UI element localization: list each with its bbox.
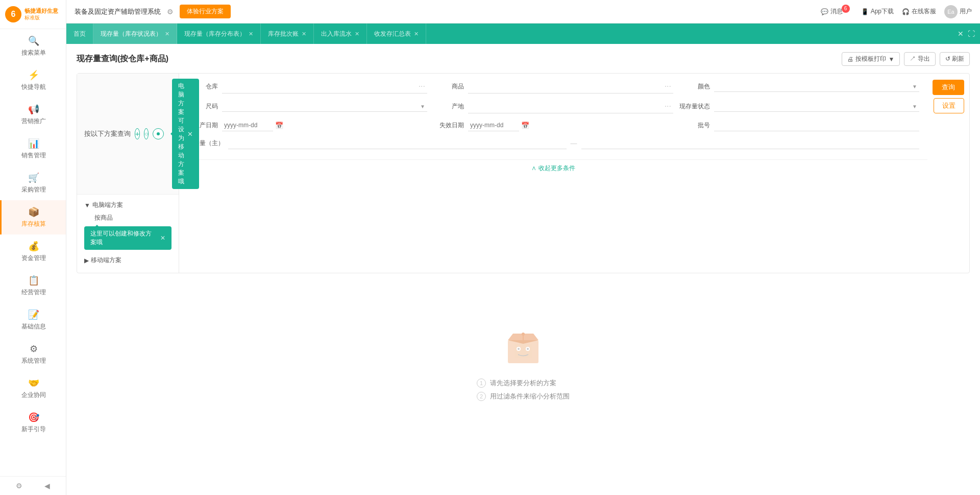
goods-dots-icon[interactable]: ··· [665,82,671,91]
online-support-item[interactable]: 🎧 在线客服 [902,7,936,16]
scheme-desktop-header[interactable]: ▼ 电脑端方案 [84,199,172,211]
origin-select[interactable]: ··· [468,100,673,113]
tab-batch[interactable]: 库存批次账 ✕ [261,23,314,44]
stock-status-select[interactable]: ▼ [714,102,919,112]
app-download-label: App下载 [871,7,894,16]
purchase-icon: 🛒 [28,172,39,183]
tooltip-scheme-close[interactable]: ✕ [187,130,193,138]
collapse-sidebar-btn[interactable]: ◀ [44,482,50,490]
logo-text-block: 畅捷通好生意 标准版 [24,7,58,21]
color-select[interactable]: ▼ [714,82,919,92]
step-2-text: 用过滤条件来缩小分析范围 [490,392,570,401]
logo-badge: 标准版 [24,14,58,21]
filter-label: 按以下方案查询 [84,129,131,138]
warehouse-select[interactable]: ··· [222,80,427,93]
tab-close-icon[interactable]: ✕ [355,31,359,37]
settings-gear-icon[interactable]: ⚙ [167,8,174,16]
batch-input[interactable] [714,120,919,131]
tabs-actions: ✕ ⛶ [952,30,980,38]
scheme-mobile-label: 移动端方案 [91,256,121,265]
filter-arrow-button[interactable]: ← [153,128,164,139]
sidebar-item-label: 采购管理 [21,185,46,194]
tooltip-edit-close[interactable]: ✕ [160,234,165,242]
sidebar-item-inventory[interactable]: 📦 库存核算 [0,200,66,234]
tab-close-icon[interactable]: ✕ [165,31,169,37]
export-button[interactable]: ↗ 导出 [904,52,935,66]
filter-add-button[interactable]: + [135,128,140,139]
tab-stock-status-label: 现存量（库存状况表） [101,30,162,38]
filter-row-1: 仓库 ··· 商品 ··· [187,80,919,93]
sidebar-item-basic[interactable]: 📝 基础信息 [0,303,66,337]
step-2-num: 2 [477,392,486,401]
sidebar-item-operation[interactable]: 📋 经营管理 [0,269,66,303]
stock-sep: — [571,139,577,147]
tab-close-icon[interactable]: ✕ [249,31,253,37]
message-item[interactable]: 💬 消息 6 [821,7,853,16]
industry-plan-button[interactable]: 体验行业方案 [180,5,231,18]
color-label: 颜色 [679,82,710,91]
filter-row-2: 尺码 ▼ 产地 ··· [187,100,919,113]
header-left: 装备及固定资产辅助管理系统 ⚙ 体验行业方案 [75,5,231,18]
sidebar-item-marketing[interactable]: 📢 营销推广 [0,98,66,132]
sidebar-item-label: 搜索菜单 [21,49,46,57]
reset-button[interactable]: 设置 [934,98,964,113]
filter-field-origin: 产地 ··· [433,100,673,113]
sidebar-item-label: 库存核算 [21,220,46,228]
tab-stock-dist[interactable]: 现存量（库存分布表） ✕ [177,23,261,44]
tab-summary[interactable]: 收发存汇总表 ✕ [367,23,426,44]
search-icon: 🔍 [28,35,39,46]
print-button[interactable]: 🖨 按模板打印 ▼ [842,52,900,66]
sidebar-item-finance[interactable]: 💰 资金管理 [0,234,66,269]
stock-main-to-input[interactable] [581,137,920,149]
user-item[interactable]: Ea 用户 [944,5,972,18]
print-dropdown-icon: ▼ [888,56,894,63]
sidebar-item-label: 营销推广 [21,117,46,126]
svg-point-4 [518,348,520,350]
tabs-fullscreen-icon[interactable]: ⛶ [968,30,975,38]
sidebar-item-guide[interactable]: 🎯 新手引导 [0,406,66,440]
produce-date-input[interactable] [222,120,273,131]
tab-close-icon[interactable]: ✕ [414,31,419,37]
stock-main-from-input[interactable] [228,137,567,149]
tab-home[interactable]: 首页 [66,23,93,44]
filter-field-color: 颜色 ▼ [679,82,919,92]
produce-date-calendar-icon[interactable]: 📅 [275,122,283,129]
sidebar-item-label: 系统管理 [21,357,46,365]
size-arrow-icon: ▼ [420,104,425,109]
goods-select[interactable]: ··· [468,80,673,93]
sidebar-item-purchase[interactable]: 🛒 采购管理 [0,166,66,200]
settings-footer-btn[interactable]: ⚙ [16,482,22,490]
support-icon: 🎧 [902,8,910,15]
tabs-bar: 首页 现存量（库存状况表） ✕ 现存量（库存分布表） ✕ 库存批次账 ✕ 出入库… [66,23,980,44]
expire-date-calendar-icon[interactable]: 📅 [521,122,529,129]
size-select[interactable]: ▼ [222,102,427,112]
collapse-icon: ∧ [531,164,536,172]
app-download-item[interactable]: 📱 App下载 [861,7,894,16]
origin-dots-icon[interactable]: ··· [665,102,671,111]
scheme-edit-tooltip: 这里可以创建和修改方案哦 ✕ [84,226,172,250]
collapse-more-conditions-btn[interactable]: ∧ 收起更多条件 [179,159,927,177]
sidebar-item-search[interactable]: 🔍 搜索菜单 [0,29,66,63]
tab-stock-status[interactable]: 现存量（库存状况表） ✕ [93,23,177,44]
scheme-mobile-header[interactable]: ▶ 移动端方案 [84,254,172,267]
finance-icon: 💰 [28,241,39,252]
stock-status-arrow-icon: ▼ [912,104,917,109]
sidebar-item-collab[interactable]: 🤝 企业协同 [0,371,66,406]
tab-flow[interactable]: 出入库流水 ✕ [314,23,367,44]
expire-date-input[interactable] [468,120,519,131]
sidebar-item-label: 企业协同 [21,391,46,399]
sales-icon: 📊 [28,138,39,149]
sidebar-item-sales[interactable]: 📊 销售管理 [0,132,66,166]
filter-field-stock-status: 现存量状态 ▼ [679,102,919,112]
sidebar-item-nav[interactable]: ⚡ 快捷导航 [0,63,66,98]
query-button[interactable]: 查询 [933,80,964,95]
sidebar-item-label: 经营管理 [21,288,46,297]
filter-circle-button[interactable]: ○ [144,128,149,139]
sidebar-item-system[interactable]: ⚙ 系统管理 [0,337,66,371]
warehouse-dots-icon[interactable]: ··· [419,82,425,91]
system-icon: ⚙ [30,343,38,355]
tab-close-icon[interactable]: ✕ [302,31,306,37]
refresh-button[interactable]: ↺ 刷新 [940,52,970,66]
tabs-close-all-icon[interactable]: ✕ [958,30,964,38]
scheme-arrow-icon: ▼ [84,202,90,209]
